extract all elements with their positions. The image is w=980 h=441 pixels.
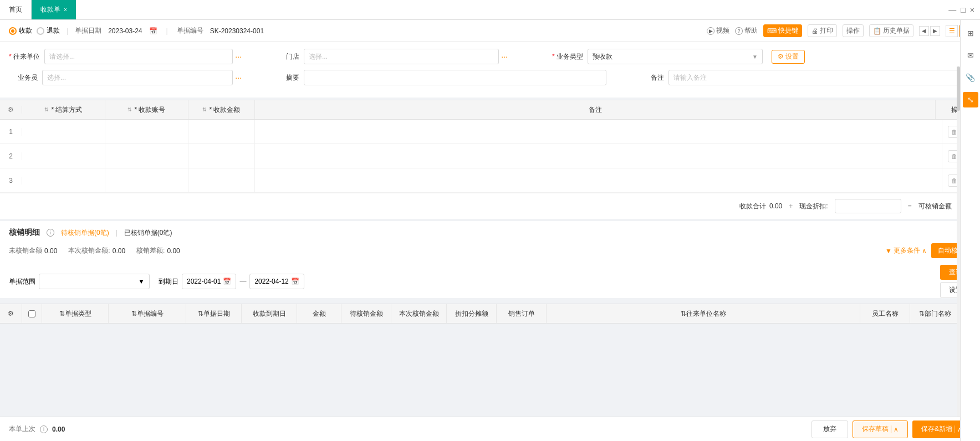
sidebar-table-icon[interactable]: ⊞ bbox=[963, 25, 978, 41]
row3-shouquan[interactable] bbox=[105, 168, 188, 192]
help-btn[interactable]: ? 帮助 bbox=[735, 26, 758, 35]
row-num-2: 2 bbox=[0, 152, 22, 160]
receive-radio[interactable]: 收款 bbox=[9, 26, 32, 35]
list-view-btn[interactable]: ☰ bbox=[946, 25, 958, 37]
due-date-label: 到期日 bbox=[159, 277, 178, 286]
form-row-1: 往来单位 请选择... ··· 门店 选择... ··· 业务类型 预收款 ▼ … bbox=[9, 49, 971, 64]
table-row: 3 🗑 ⧉ bbox=[0, 168, 980, 193]
bth-current-nuclear: 本次核销金额 bbox=[391, 304, 447, 323]
doc-range-dropdown-icon: ▼ bbox=[138, 278, 145, 285]
unchecked-stat: 未核销金额 0.00 bbox=[9, 246, 57, 255]
sidebar-expand-icon[interactable]: ⤡ bbox=[963, 92, 978, 107]
staff-field: 业务员 选择... ··· bbox=[9, 70, 242, 85]
bth-amount: 金额 bbox=[297, 304, 341, 323]
receive-radio-circle bbox=[9, 27, 17, 35]
doc-range-select[interactable]: ▼ bbox=[39, 274, 150, 289]
tab-home-label: 首页 bbox=[9, 5, 22, 14]
remark-input[interactable]: 请输入备注 bbox=[668, 70, 971, 85]
tab-receipt[interactable]: 收款单 × bbox=[32, 0, 76, 19]
shortcut-btn[interactable]: ⌨ 快捷键 bbox=[763, 24, 802, 37]
row1-jiesuan[interactable] bbox=[22, 120, 105, 143]
business-select[interactable]: 预收款 ▼ bbox=[588, 49, 763, 64]
shop-more-btn[interactable]: ··· bbox=[501, 52, 508, 61]
row2-jine[interactable] bbox=[188, 144, 255, 168]
shop-placeholder: 选择... bbox=[309, 52, 328, 61]
settings-button[interactable]: ⚙ 设置 bbox=[772, 50, 805, 64]
table-row: 2 🗑 ⧉ bbox=[0, 144, 980, 168]
video-btn[interactable]: ▶ 视频 bbox=[707, 26, 729, 35]
save-draft-dropdown-icon[interactable]: ∧ bbox=[891, 425, 899, 433]
table-settings-icon[interactable]: ⚙ bbox=[0, 106, 22, 114]
summary-label: 摘要 bbox=[286, 73, 304, 83]
bth-pending: 待核销金额 bbox=[341, 304, 391, 323]
save-draft-button[interactable]: 保存草稿 ∧ bbox=[853, 421, 908, 438]
row2-jiesuan[interactable] bbox=[22, 144, 105, 168]
sidebar-mail-icon[interactable]: ✉ bbox=[963, 48, 978, 63]
window-max-icon[interactable]: □ bbox=[961, 6, 965, 14]
row3-beizhu[interactable] bbox=[255, 168, 942, 192]
toolbar-right: ▶ 视频 ? 帮助 ⌨ 快捷键 🖨 打印 操作 📋 历史单据 ◀ ▶ ☰ ▦ bbox=[707, 24, 971, 37]
tab-home[interactable]: 首页 bbox=[0, 0, 32, 19]
row3-jiesuan[interactable] bbox=[22, 168, 105, 192]
bth-sales-order: 销售订单 bbox=[497, 304, 547, 323]
partner-more-btn[interactable]: ··· bbox=[235, 52, 242, 61]
bottom-table-header: ⚙ ⇅ 单据类型 ⇅ 单据编号 ⇅ 单据日期 收款到期日 金额 待核销金额 本次… bbox=[0, 304, 960, 324]
shop-input[interactable]: 选择... bbox=[304, 49, 499, 64]
partner-input[interactable]: 请选择... bbox=[44, 49, 233, 64]
shortcut-icon: ⌨ bbox=[767, 27, 777, 35]
bth-doc-num: ⇅ 单据编号 bbox=[109, 304, 186, 323]
th-jine-sort: ⇅ bbox=[202, 107, 207, 112]
partner-placeholder: 请选择... bbox=[49, 52, 75, 61]
save-new-label: 保存&新增 bbox=[921, 424, 952, 434]
nav-prev-icon[interactable]: ◀ bbox=[919, 26, 929, 36]
due-date-to-input[interactable]: 2022-04-12 📅 bbox=[249, 274, 304, 289]
staff-input[interactable]: 选择... bbox=[42, 70, 233, 85]
nuclear-section: 核销明细 i 待核销单据(0笔) | 已核销单据(0笔) 未核销金额 0.00 … bbox=[0, 221, 980, 298]
history-btn[interactable]: 📋 历史单据 bbox=[869, 24, 913, 37]
row2-shouquan[interactable] bbox=[105, 144, 188, 168]
sidebar-attachment-icon[interactable]: 📎 bbox=[963, 70, 978, 85]
date-field-value[interactable]: 2023-03-24 bbox=[108, 27, 142, 35]
bth-doc-date: ⇅ 单据日期 bbox=[186, 304, 242, 323]
window-controls: — □ × bbox=[948, 6, 980, 14]
th-shouquan-label: * 收款账号 bbox=[134, 105, 165, 115]
row2-beizhu[interactable] bbox=[255, 144, 942, 168]
row1-shouquan[interactable] bbox=[105, 120, 188, 143]
carry-label: 本单上次 bbox=[9, 424, 35, 434]
business-value: 预收款 bbox=[593, 52, 612, 61]
select-all-checkbox[interactable] bbox=[28, 310, 35, 317]
calendar-from-icon: 📅 bbox=[223, 278, 231, 285]
th-beizhu: 备注 bbox=[255, 100, 936, 119]
row3-jine[interactable] bbox=[188, 168, 255, 192]
refund-radio[interactable]: 退款 bbox=[37, 26, 60, 35]
window-min-icon[interactable]: — bbox=[948, 6, 956, 14]
remark-field: 备注 请输入备注 bbox=[651, 70, 971, 85]
tab-bar: 首页 收款单 × — □ × bbox=[0, 0, 980, 20]
footer: 本单上次 i 0.00 放弃 保存草稿 ∧ 保存&新增 ∧ bbox=[0, 417, 980, 441]
abandon-button[interactable]: 放弃 bbox=[811, 421, 848, 438]
toolbar: 收款 退款 | 单据日期 2023-03-24 📅 | 单据编号 SK-2023… bbox=[0, 20, 980, 42]
tab-close-icon[interactable]: × bbox=[64, 7, 67, 13]
calendar-icon[interactable]: 📅 bbox=[149, 27, 157, 35]
doc-range-label: 单据范围 bbox=[9, 277, 35, 286]
due-date-from-input[interactable]: 2022-04-01 📅 bbox=[182, 274, 236, 289]
business-field: 业务类型 预收款 ▼ bbox=[552, 49, 763, 64]
more-conditions-btn[interactable]: ▼ 更多条件 ∧ bbox=[885, 246, 927, 255]
done-tab-link[interactable]: 已核销单据(0笔) bbox=[124, 228, 172, 238]
bth-checkbox[interactable] bbox=[22, 304, 42, 323]
summary-input[interactable] bbox=[304, 70, 606, 85]
operate-btn[interactable]: 操作 bbox=[843, 24, 864, 37]
bth-settings[interactable]: ⚙ bbox=[0, 304, 22, 323]
row1-jine[interactable] bbox=[188, 120, 255, 143]
nav-next-icon[interactable]: ▶ bbox=[930, 26, 940, 36]
window-close-icon[interactable]: × bbox=[970, 6, 974, 14]
pending-tab-link[interactable]: 待核销单据(0笔) bbox=[61, 228, 109, 238]
nuclear-info-icon[interactable]: i bbox=[47, 229, 54, 237]
print-btn[interactable]: 🖨 打印 bbox=[808, 24, 837, 37]
carry-info-icon[interactable]: i bbox=[40, 425, 48, 433]
print-icon: 🖨 bbox=[811, 27, 818, 35]
discount-input[interactable] bbox=[835, 199, 901, 213]
num-field-label: 单据编号 bbox=[177, 26, 203, 35]
staff-more-btn[interactable]: ··· bbox=[235, 73, 242, 82]
row1-beizhu[interactable] bbox=[255, 120, 942, 143]
